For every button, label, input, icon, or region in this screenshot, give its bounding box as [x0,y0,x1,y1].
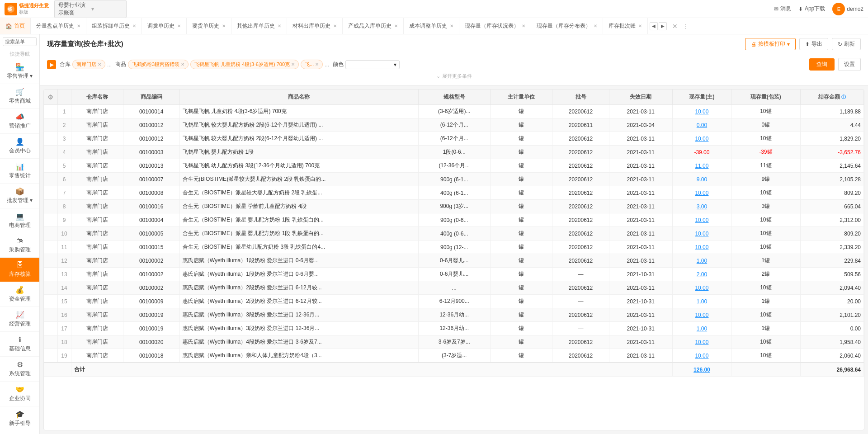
query-button[interactable]: 查询 [809,58,835,71]
tab-xianzai2[interactable]: 现存量（库存分布表） ✕ [531,18,603,34]
remove-product-tag-3[interactable]: ✕ [315,62,319,67]
sidebar-item-pifa[interactable]: 📦 批发管理 ▾ [0,184,39,208]
sidebar-item-jingying[interactable]: 📈 经营管理 [0,307,39,332]
sidebar-item-huiyuan[interactable]: 👤 会员中心 [0,134,39,159]
more-warehouse-button[interactable]: ... [107,61,112,68]
close-tab-pipei[interactable]: ✕ [638,24,642,28]
tab-chanpin[interactable]: 产成品入库单历史 ✕ [343,18,404,34]
cell-qty-main[interactable]: 10.00 [672,227,731,241]
tab-qita[interactable]: 其他出库单历史 ✕ [231,18,287,34]
table-row: 6 南岸门店 00100007 合生元(BIOSTIME)派星较大婴儿配方奶粉 … [44,173,864,186]
close-tab-qita[interactable]: ✕ [278,24,281,28]
cell-warehouse: 南岸门店 [71,213,123,227]
cell-expire: 2021-03-11 [609,241,672,254]
sidebar-item-quick-nav[interactable]: 快捷导航 [0,49,39,59]
sidebar-item-kucun[interactable]: 🗄 库存核算 [0,258,39,282]
tabs-menu-button[interactable]: ⋮ [681,23,690,29]
tab-zuhe[interactable]: 组装拆卸单历史 ✕ [86,18,142,34]
product-tag-2[interactable]: 飞鹤星飞帆 儿童奶粉 4段(3-6岁适用) 700克 ✕ [190,60,299,69]
more-product-button[interactable]: ... [325,61,329,68]
close-tab-xianzai1[interactable]: ✕ [522,24,525,28]
search-input[interactable] [3,37,37,46]
cell-qty-main[interactable]: 10.00 [672,241,731,254]
cell-qty-main[interactable]: 10.00 [672,349,731,363]
cell-qty-main[interactable]: 10.00 [672,335,731,349]
remove-product-tag-2[interactable]: ✕ [291,62,295,67]
cell-qty-main[interactable]: 1.00 [672,322,731,335]
sidebar-item-yingxiao[interactable]: 📣 营销推广 [0,109,39,134]
messages-button[interactable]: ✉ 消息 [774,5,791,13]
color-dropdown[interactable]: ▾ [345,60,400,69]
workspace-selector[interactable]: 母婴行业演示账套 ▾ [54,0,127,18]
cell-qty-main[interactable]: -39.00 [672,146,731,159]
cell-amount: 20.00 [800,295,863,308]
tab-cailiao[interactable]: 材料出库单历史 ✕ [287,18,343,34]
close-tab-yaohe[interactable]: ✕ [222,24,226,28]
close-tab-diaopai[interactable]: ✕ [177,24,181,28]
tab-pipei[interactable]: 库存批次账 ✕ [603,18,648,34]
tab-home[interactable]: 🏠 首页 [0,18,31,34]
nav-prev-button[interactable]: ◀ [650,22,658,30]
remove-warehouse-tag[interactable]: ✕ [98,62,101,67]
export-button[interactable]: ⬆ 导出 [799,38,828,50]
sidebar-item-xinshou[interactable]: 🎓 新手引导 [0,406,39,431]
cell-batch: 20200612 [552,173,609,186]
tab-diaopai[interactable]: 调拨单历史 ✕ [142,18,187,34]
close-tab-chengben[interactable]: ✕ [450,24,453,28]
cell-qty-main[interactable]: 10.00 [672,213,731,227]
cell-rownum: 9 [57,213,71,227]
tab-xianzai1[interactable]: 现存量（库存状况表） ✕ [459,18,531,34]
sidebar-item-caigou[interactable]: 🛍 采购管理 [0,233,39,258]
settings-button[interactable]: 设置 [838,58,861,71]
sidebar-item-lingshou[interactable]: 🏪 零售管理 ▾ [0,59,39,84]
print-button[interactable]: 🖨 按模板打印 ▾ [745,38,796,50]
refresh-button[interactable]: ↻ 刷新 [832,38,861,50]
product-tag-3[interactable]: 飞... ✕ [301,60,323,69]
sidebar-item-qiye[interactable]: 🤝 企业协同 [0,382,39,406]
cell-settings [44,118,57,132]
close-tab-cailiao[interactable]: ✕ [333,24,337,28]
user-area[interactable]: E demo2 [832,3,863,15]
sidebar-item-zijin[interactable]: 💰 资金管理 [0,282,39,307]
close-tab-zuhe[interactable]: ✕ [132,24,136,28]
tab-chengben[interactable]: 成本调整单历史 ✕ [404,18,459,34]
close-tab-xianzai2[interactable]: ✕ [594,24,597,28]
cell-unit: 罐 [490,335,552,349]
sidebar-item-xitong[interactable]: ⚙ 系统管理 [0,357,39,382]
cell-qty-main[interactable]: 10.00 [672,105,731,118]
cell-qty-main[interactable]: 9.00 [672,173,731,186]
expand-conditions-button[interactable]: ⌄ 展开更多条件 [47,71,861,81]
sidebar-item-yingyong[interactable]: 🔧 应用中心 [0,431,39,434]
nav-next-button[interactable]: ▶ [659,22,667,30]
tab-fenqi[interactable]: 分量盘点单历史 ✕ [31,18,86,34]
cell-qty-main[interactable]: 10.00 [672,132,731,146]
product-tag-1[interactable]: 飞鹤奶粉3段丙搭赠装 ✕ [128,60,189,69]
tab-yaohe[interactable]: 要货单历史 ✕ [187,18,231,34]
remove-product-tag-1[interactable]: ✕ [181,62,184,67]
sidebar-item-jichu[interactable]: ℹ 基础信息 [0,332,39,357]
cell-qty-main[interactable]: 11.00 [672,159,731,173]
close-tab-chanpin[interactable]: ✕ [394,24,398,28]
sidebar-item-dianshang[interactable]: 💻 电商管理 [0,208,39,233]
expand-filter-button[interactable]: ▶ [47,60,56,69]
cell-qty-main[interactable]: 10.00 [672,308,731,322]
warehouse-tag-nanan[interactable]: 南岸门店 ✕ [72,60,105,69]
cell-qty-main[interactable]: 2.00 [672,268,731,281]
sidebar-item-tongji[interactable]: 📊 零售统计 [0,159,39,184]
cell-qty-main[interactable]: 10.00 [672,281,731,295]
cell-qty-main[interactable]: 1.00 [672,295,731,308]
cell-qty-main[interactable]: 10.00 [672,186,731,200]
column-settings-icon[interactable]: ⚙ [47,94,53,101]
cell-qty-main[interactable]: 3.00 [672,200,731,213]
close-tab-fenqi[interactable]: ✕ [77,24,80,28]
cell-qty-main[interactable]: 0.00 [672,118,731,132]
close-all-tabs-button[interactable]: ✕ [669,23,681,30]
cell-rownum: 19 [57,349,71,363]
cell-qty-main[interactable]: 1.00 [672,254,731,268]
cell-expire: 2021-03-11 [609,105,672,118]
cell-settings [44,241,57,254]
sidebar-item-shangcheng[interactable]: 🛒 零售商城 [0,84,39,109]
col-settings[interactable]: ⚙ [44,90,57,105]
system-icon: ⚙ [2,360,38,369]
app-download-button[interactable]: ⬇ App下载 [798,5,825,13]
